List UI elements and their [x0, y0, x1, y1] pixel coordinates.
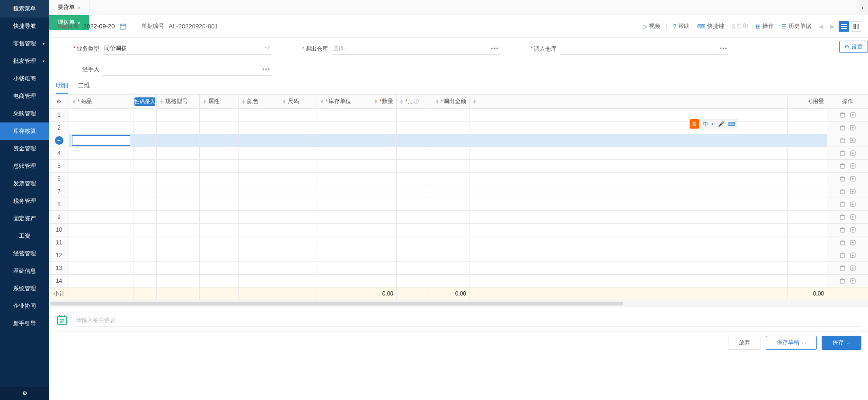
- cell[interactable]: [788, 134, 827, 147]
- sidebar-item-2[interactable]: 零售管理▾: [0, 35, 49, 52]
- cell[interactable]: [317, 173, 359, 185]
- delete-icon[interactable]: [840, 125, 845, 130]
- cell[interactable]: [317, 249, 359, 261]
- cell[interactable]: [317, 198, 359, 210]
- cell[interactable]: [788, 109, 827, 121]
- row-config[interactable]: ⚙: [49, 95, 69, 108]
- cell-product[interactable]: [69, 224, 133, 236]
- cell[interactable]: [157, 185, 200, 198]
- cell-product[interactable]: [69, 160, 133, 172]
- cell[interactable]: [200, 236, 239, 249]
- col-attr[interactable]: ▲▼属性: [200, 95, 239, 108]
- cell[interactable]: [359, 122, 397, 134]
- cell[interactable]: [788, 185, 827, 198]
- cell[interactable]: [133, 211, 157, 223]
- cell[interactable]: [469, 198, 788, 210]
- cell[interactable]: [359, 134, 397, 147]
- cell-product[interactable]: [69, 275, 133, 287]
- cell[interactable]: [157, 249, 200, 261]
- cell[interactable]: [200, 262, 239, 274]
- cell[interactable]: [428, 109, 469, 121]
- view-mode-barcode[interactable]: [851, 21, 861, 32]
- cell[interactable]: [788, 122, 827, 134]
- cell[interactable]: [279, 109, 317, 121]
- cell[interactable]: [200, 147, 239, 159]
- cell[interactable]: [428, 211, 469, 223]
- cell[interactable]: [788, 275, 827, 287]
- cell[interactable]: [428, 134, 469, 147]
- sidebar-item-4[interactable]: 小畅电商: [0, 70, 49, 87]
- copy-icon[interactable]: [850, 278, 856, 284]
- sidebar-item-0[interactable]: 搜索菜单: [0, 0, 49, 17]
- cell[interactable]: [239, 236, 279, 249]
- cell[interactable]: [157, 109, 200, 121]
- cell[interactable]: [359, 198, 397, 210]
- sidebar-item-9[interactable]: 总账管理: [0, 157, 49, 175]
- table-row[interactable]: 14: [49, 275, 868, 287]
- cell[interactable]: [469, 173, 788, 185]
- cell[interactable]: [133, 185, 157, 198]
- cell[interactable]: [133, 198, 157, 210]
- cell-product[interactable]: [69, 198, 133, 210]
- cell[interactable]: [239, 173, 279, 185]
- cell[interactable]: [133, 122, 157, 134]
- cell[interactable]: [317, 211, 359, 223]
- cell[interactable]: [397, 173, 428, 185]
- cell[interactable]: [317, 224, 359, 236]
- table-row[interactable]: +: [49, 134, 868, 147]
- tab-1[interactable]: 要货单×: [49, 0, 89, 15]
- cell[interactable]: [397, 147, 428, 159]
- col-size[interactable]: ▲▼尺码: [279, 95, 317, 108]
- cell-product[interactable]: [69, 109, 133, 121]
- shortcut-button[interactable]: ⌨快捷键: [694, 20, 727, 32]
- cell[interactable]: [359, 185, 397, 198]
- delete-icon[interactable]: [840, 278, 845, 284]
- delete-icon[interactable]: [840, 150, 845, 156]
- cell[interactable]: [157, 160, 200, 172]
- save-draft-button[interactable]: 保存草稿︿: [766, 336, 817, 350]
- cell[interactable]: [200, 224, 239, 236]
- save-button[interactable]: 保存︿: [822, 336, 861, 350]
- col-product[interactable]: ▲▼*商品: [69, 95, 133, 108]
- cell[interactable]: [788, 198, 827, 210]
- cell[interactable]: [157, 147, 200, 159]
- cell[interactable]: [157, 173, 200, 185]
- cell[interactable]: [397, 185, 428, 198]
- cell[interactable]: [397, 275, 428, 287]
- cell[interactable]: [317, 262, 359, 274]
- table-row[interactable]: 6: [49, 173, 868, 185]
- cell[interactable]: [279, 249, 317, 261]
- doc-date-value[interactable]: 2022-09-20: [83, 23, 115, 30]
- cell[interactable]: [279, 173, 317, 185]
- prev-doc[interactable]: ◀: [816, 22, 825, 31]
- cell[interactable]: [359, 224, 397, 236]
- col-spec[interactable]: ▲▼规格型号: [157, 95, 200, 108]
- cell[interactable]: [359, 173, 397, 185]
- remarks-input[interactable]: [76, 313, 861, 327]
- cell[interactable]: [200, 198, 239, 210]
- ime-widget[interactable]: S 中 •, 🎤 ⌨: [690, 119, 738, 129]
- sidebar-item-5[interactable]: 电商管理: [0, 87, 49, 105]
- handler-select[interactable]: •••: [103, 63, 271, 76]
- cell[interactable]: [279, 211, 317, 223]
- cell-product[interactable]: [69, 122, 133, 134]
- settings-button[interactable]: ⚙ 设置: [839, 41, 868, 53]
- cell-product[interactable]: [69, 134, 133, 147]
- cell[interactable]: [359, 147, 397, 159]
- ime-lang[interactable]: 中: [703, 121, 708, 128]
- operate-button[interactable]: ⊞操作: [753, 20, 777, 32]
- cell[interactable]: [239, 109, 279, 121]
- cell[interactable]: [397, 198, 428, 210]
- cell[interactable]: [279, 185, 317, 198]
- cell[interactable]: [239, 134, 279, 147]
- cell[interactable]: [239, 147, 279, 159]
- sidebar-item-7[interactable]: 库存核算: [0, 122, 49, 140]
- subtab-matrix[interactable]: 二维: [78, 78, 90, 94]
- cell[interactable]: [317, 236, 359, 249]
- cell[interactable]: [788, 211, 827, 223]
- cell[interactable]: [397, 122, 428, 134]
- cell[interactable]: [239, 224, 279, 236]
- copy-icon[interactable]: [850, 252, 856, 258]
- cell[interactable]: [317, 185, 359, 198]
- add-row-button[interactable]: +: [55, 136, 63, 145]
